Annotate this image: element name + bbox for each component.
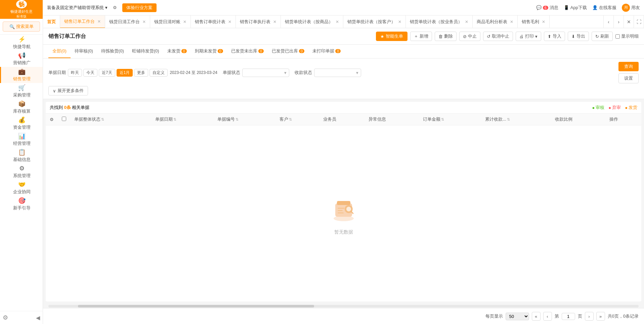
subtab-overdue[interactable]: 到期未发货0: [191, 45, 227, 58]
date-btn-7days[interactable]: 近7天: [99, 69, 115, 77]
subtab-wangpu[interactable]: 旺铺待发货(0): [128, 45, 163, 58]
payment-select[interactable]: [314, 69, 361, 77]
tab-cash-reconcile[interactable]: 钱货日清对账 ✕: [150, 15, 191, 28]
finance-icon: 💰: [18, 116, 26, 124]
tab-fullscreen[interactable]: ⛶: [634, 15, 644, 28]
tab-sales-summary-customer-close[interactable]: ✕: [398, 19, 401, 24]
column-settings-icon[interactable]: ⚙: [50, 117, 54, 122]
tab-sales-summary-staff-close[interactable]: ✕: [465, 19, 468, 24]
tab-sales-order[interactable]: 销售订单工作台 ✕: [60, 15, 105, 28]
stop-button[interactable]: ⊘ 中止: [459, 32, 480, 41]
sidebar-item-quick-nav[interactable]: ⚡ 快捷导航: [0, 35, 43, 51]
sidebar-item-operation[interactable]: 📊 经营管理: [0, 131, 43, 148]
tab-cash-daily[interactable]: 钱货日清工作台 ✕: [105, 15, 150, 28]
tab-close-all[interactable]: ✕: [624, 15, 634, 28]
date-btn-1month[interactable]: 近1月: [117, 69, 133, 77]
message-button[interactable]: 💬 6 消息: [536, 5, 558, 11]
date-btn-today[interactable]: 今天: [83, 69, 97, 77]
tab-scroll-right[interactable]: ›: [614, 15, 624, 28]
subtab-all[interactable]: 全部(0): [48, 45, 71, 58]
topbar-settings-icon[interactable]: ⚙: [113, 5, 117, 10]
sidebar-item-basic-info[interactable]: 📋 基础信息: [0, 148, 43, 164]
tab-cash-daily-close[interactable]: ✕: [142, 19, 146, 24]
subtab-shipped-out[interactable]: 已发货已出库0: [268, 45, 308, 58]
sidebar-item-inventory[interactable]: 📦 库存核算: [0, 99, 43, 115]
subtab-pending-review[interactable]: 待审核(0): [71, 45, 97, 58]
tab-sales-summary-product-close[interactable]: ✕: [336, 19, 339, 24]
sidebar-item-system[interactable]: ⚙ 系统管理: [0, 164, 43, 180]
audit-action[interactable]: ● 审核: [592, 105, 604, 111]
tab-sales-summary-product[interactable]: 销货单统计表（按商品） ✕: [281, 15, 343, 28]
sort-icon: ⇅: [441, 117, 444, 121]
tab-sales-more-close[interactable]: ✕: [542, 19, 545, 24]
status-select[interactable]: [242, 69, 289, 77]
tab-sales-stat[interactable]: 销售订单统计表 ✕: [191, 15, 236, 28]
tab-product-margin[interactable]: 商品毛利分析表 ✕: [473, 15, 518, 28]
import-button[interactable]: ⬆ 导入: [544, 32, 565, 41]
collapse-sidebar-icon[interactable]: ◀: [36, 315, 40, 321]
ship-action[interactable]: ● 发货: [625, 105, 637, 111]
sidebar-item-guide[interactable]: 🎯 新手引导: [0, 196, 43, 212]
last-page-btn[interactable]: »: [596, 312, 605, 321]
table-scroll: ⚙ 单据整体状态⇅ 单据日期⇅ 单据编号⇅ 客户⇅ 业务员 异常信息 订单金额⇅…: [46, 114, 641, 301]
page-number-input[interactable]: [562, 313, 575, 320]
tab-sales-stat-close[interactable]: ✕: [228, 19, 231, 24]
refresh-button[interactable]: ↻ 刷新: [592, 32, 613, 41]
settings-bottom-icon[interactable]: ⚙: [3, 314, 8, 321]
show-detail-input[interactable]: [615, 34, 620, 39]
tab-sales-exec-close[interactable]: ✕: [273, 19, 276, 24]
scrollbar-thumb[interactable]: [78, 305, 314, 308]
tab-sales-summary-customer[interactable]: 销货单统计表（按客户） ✕: [343, 15, 406, 28]
experience-button[interactable]: 体验行业方案: [122, 3, 157, 12]
set-button[interactable]: 设置: [618, 73, 639, 83]
prev-page-btn[interactable]: ‹: [543, 312, 552, 321]
show-detail-checkbox[interactable]: 显示明细: [615, 33, 639, 39]
query-button[interactable]: 查询: [618, 62, 639, 71]
date-btn-yesterday[interactable]: 昨天: [68, 69, 82, 77]
tab-product-margin-close[interactable]: ✕: [510, 19, 513, 24]
select-all-checkbox[interactable]: [62, 117, 66, 121]
sidebar-logo[interactable]: 畅 畅捷通好生意 标准版: [0, 0, 43, 19]
expand-more-button[interactable]: ∨ 展开更多条件: [48, 86, 88, 95]
svg-rect-2: [337, 201, 350, 205]
print-button[interactable]: 🖨 打印 ▾: [516, 32, 541, 41]
horizontal-scrollbar[interactable]: [43, 304, 644, 308]
tab-sales-order-close[interactable]: ✕: [97, 19, 101, 24]
search-menu-button[interactable]: 🔍 搜索菜单: [3, 22, 40, 32]
next-page-btn[interactable]: ›: [585, 312, 594, 321]
sidebar-item-finance[interactable]: 💰 资金管理: [0, 115, 43, 131]
new-button[interactable]: ＋ 新增: [410, 32, 432, 41]
sidebar-item-cooperation[interactable]: 🤝 企业协同: [0, 180, 43, 196]
tab-sales-exec[interactable]: 销售订单执行表 ✕: [236, 15, 281, 28]
th-status: 单据整体状态⇅: [70, 114, 151, 125]
smart-create-button[interactable]: ★ 智能生单: [376, 32, 407, 41]
subtab-not-shipped[interactable]: 未发货0: [163, 45, 191, 58]
export-button[interactable]: ⬇ 导出: [568, 32, 589, 41]
cancel-audit-action[interactable]: ● 弃审: [608, 105, 621, 111]
tab-scroll-left[interactable]: ‹: [604, 15, 614, 28]
th-settings[interactable]: ⚙: [46, 114, 58, 125]
subtab-pending-check[interactable]: 待拣验货(0): [97, 45, 128, 58]
subtab-shipped-not-out[interactable]: 已发货未出库0: [227, 45, 268, 58]
system-title-dropdown[interactable]: 装备及固定资产辅助管理系统 ▾: [47, 5, 108, 11]
subtab-not-printed[interactable]: 未打印单据0: [308, 45, 345, 58]
table-count-text: 共找到 0条 相关单据: [50, 105, 89, 111]
online-service-button[interactable]: 👤 在线客服: [592, 5, 616, 11]
date-btn-more[interactable]: 更多: [134, 69, 148, 77]
empty-text: 暂无数据: [334, 229, 353, 235]
tab-sales-summary-staff[interactable]: 销货单统计表（按业务员） ✕: [406, 15, 473, 28]
sidebar-item-marketing[interactable]: 📢 营销推广: [0, 51, 43, 67]
table-right-actions: ● 审核 ● 弃审 ● 发货: [592, 105, 637, 111]
app-download-button[interactable]: 📱 App下载: [564, 5, 587, 11]
sidebar-item-sales[interactable]: 💼 销售管理: [0, 67, 43, 83]
cancel-stop-button[interactable]: ↺ 取消中止: [483, 32, 513, 41]
user-menu[interactable]: 用 用友: [622, 4, 640, 12]
page-size-select[interactable]: 20 50 100: [506, 313, 529, 320]
tab-home[interactable]: 首页: [43, 15, 60, 28]
delete-button[interactable]: 🗑 删除: [435, 32, 457, 41]
tab-sales-more[interactable]: 销售毛利 ✕: [518, 15, 550, 28]
date-btn-custom[interactable]: 自定义: [149, 69, 168, 77]
sidebar-item-purchase[interactable]: 🛒 采购管理: [0, 83, 43, 99]
first-page-btn[interactable]: «: [532, 312, 541, 321]
tab-cash-reconcile-close[interactable]: ✕: [183, 19, 186, 24]
